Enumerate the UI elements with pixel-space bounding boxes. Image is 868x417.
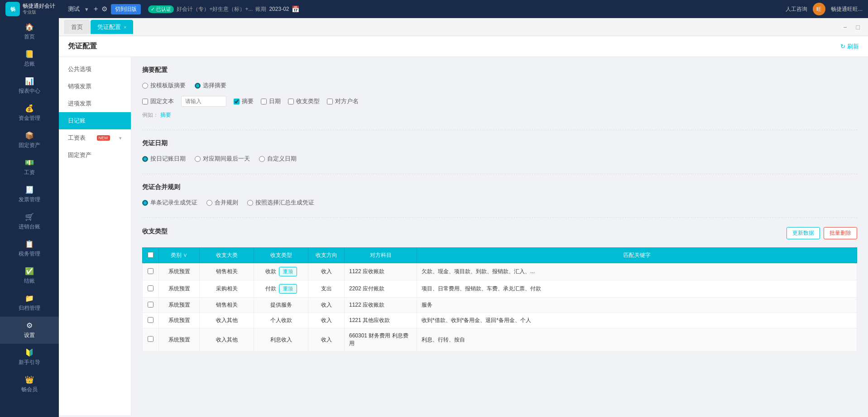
maximize-button[interactable]: □ [854, 23, 863, 32]
add-button[interactable]: + [94, 5, 98, 13]
settings-icon: ⚙ [26, 321, 33, 330]
checkbox-counterpart[interactable]: 对方户名 [327, 97, 359, 105]
newbie-icon: 🔰 [25, 348, 34, 357]
th-checkbox [143, 248, 159, 263]
merge-section-title: 凭证合并规则 [142, 183, 857, 191]
radio-merge-rule[interactable]: 合并规则 [206, 199, 238, 207]
th-main-type: 收支大类 [200, 248, 254, 263]
sidebar-item-settings[interactable]: ⚙ 设置 [0, 317, 59, 344]
radio-journal-date[interactable]: 按日记账日期 [142, 155, 186, 163]
row-keywords: 利息、行转、按自 [417, 328, 857, 351]
refresh-label: 刷新 [847, 43, 859, 51]
menu-item-fixed-assets[interactable]: 固定资产 [59, 147, 131, 164]
tab-home-label: 首页 [71, 23, 83, 31]
sidebar-item-tax[interactable]: 📋 税务管理 [0, 235, 59, 262]
menu-item-purchase-invoice[interactable]: 进项发票 [59, 95, 131, 112]
sidebar-item-purchase[interactable]: 🛒 进销台账 [0, 208, 59, 235]
sidebar-label-checkout: 结账 [24, 277, 35, 285]
tab-voucher-config[interactable]: 凭证配置 × [91, 20, 133, 34]
tab-close-button[interactable]: × [124, 24, 126, 30]
fixed-text-input[interactable] [181, 96, 226, 107]
row-checkbox[interactable] [148, 302, 153, 308]
sidebar-item-member[interactable]: 👑 畅会员 [0, 371, 59, 398]
consult-link[interactable]: 人工咨询 [786, 5, 807, 13]
radio-select-summary[interactable]: 选择摘要 [195, 81, 226, 90]
row-sub-type: 提供服务 [254, 298, 308, 313]
sidebar-item-asset[interactable]: 📦 固定资产 [0, 127, 59, 154]
row-account: 2202 应付账款 [345, 280, 417, 298]
table-row: 系统预置 销售相关 收款 重顶 收入 1122 应收账款 欠款、现金、项目款、到… [143, 263, 857, 280]
row-account: 660301 财务费用 利息费用 [345, 328, 417, 351]
radio-template[interactable]: 按模板版摘要 [142, 81, 186, 90]
tab-home[interactable]: 首页 [64, 20, 90, 34]
row-checkbox[interactable] [148, 268, 153, 274]
menu-item-public[interactable]: 公共选项 [59, 61, 131, 78]
row-checkbox[interactable] [148, 336, 153, 342]
row-category: 系统预置 [159, 328, 200, 351]
select-all-checkbox[interactable] [148, 252, 153, 258]
radio-select-total[interactable]: 按照选择汇总生成凭证 [247, 199, 314, 207]
reset-button[interactable]: 重顶 [279, 267, 297, 276]
menu-item-sales-invoice[interactable]: 销项发票 [59, 78, 131, 95]
row-category: 系统预置 [159, 298, 200, 313]
sidebar-item-ledger[interactable]: 📒 总账 [0, 45, 59, 72]
row-checkbox[interactable] [148, 317, 153, 323]
tab-bar: 首页 凭证配置 × − □ [59, 18, 868, 36]
sidebar-label-settings: 设置 [24, 332, 35, 339]
sidebar-item-archive[interactable]: 📁 归档管理 [0, 289, 59, 317]
row-main-type: 销售相关 [200, 298, 254, 313]
checkbox-summary[interactable]: 摘要 [234, 97, 254, 105]
checkbox-date[interactable]: 日期 [261, 97, 281, 105]
refresh-button[interactable]: ↻ 刷新 [840, 43, 859, 51]
row-checkbox-cell [143, 280, 159, 298]
minimize-button[interactable]: − [840, 23, 849, 32]
checkbox-fixed-text[interactable]: 固定文本 [142, 97, 174, 105]
divider-2 [142, 174, 857, 174]
status-area: ✓ 已认证 好会计（专）+好生意（标）+... 账期 2023-02 📅 [148, 5, 299, 13]
period-value: 2023-02 [269, 6, 289, 12]
sidebar-label-report: 报表中心 [19, 87, 40, 95]
radio-custom-date[interactable]: 自定义日期 [259, 155, 297, 163]
summary-radio-group: 按模板版摘要 选择摘要 [142, 81, 857, 90]
menu-item-journal[interactable]: 日记账 [59, 112, 131, 129]
summary-config-section: 摘要配置 按模板版摘要 选择摘要 [142, 66, 857, 119]
radio-single-record[interactable]: 单条记录生成凭证 [142, 199, 197, 207]
dropdown-arrow[interactable]: ▾ [85, 6, 88, 13]
sidebar-label-home: 首页 [24, 33, 35, 41]
table-action-row: 更新数据 批量删除 [786, 227, 857, 239]
row-main-type: 采购相关 [200, 280, 254, 298]
settings-button[interactable]: ⚙ [101, 5, 107, 13]
reset-button[interactable]: 重顶 [279, 284, 297, 294]
avatar[interactable]: 旺 [813, 3, 825, 15]
checkbox-expense-type[interactable]: 收支类型 [288, 97, 320, 105]
row-checkbox[interactable] [148, 285, 153, 291]
archive-icon: 📁 [25, 294, 34, 303]
content-area: 首页 凭证配置 × − □ 凭证配置 ↻ 刷新 [59, 18, 868, 417]
sidebar-label-member: 畅会员 [21, 386, 38, 393]
table-row: 系统预置 采购相关 付款 重顶 支出 2202 应付账款 项目、日常费用、报销款… [143, 280, 857, 298]
top-bar: 畅 畅捷通好会计 专业版 测试 ▾ + ⚙ 切到旧版 ✓ 已认证 好会计（专）+… [0, 0, 868, 18]
sidebar-item-newbie[interactable]: 🔰 新手引导 [0, 344, 59, 371]
sidebar-item-report[interactable]: 📊 报表中心 [0, 72, 59, 100]
sidebar-item-fund[interactable]: 💰 资金管理 [0, 100, 59, 127]
sidebar-item-home[interactable]: 🏠 首页 [0, 18, 59, 45]
menu-item-payroll[interactable]: 工资表 NEW ▾ [59, 129, 131, 147]
batch-delete-button[interactable]: 批量删除 [824, 227, 857, 239]
refresh-data-button[interactable]: 更新数据 [786, 227, 820, 239]
table-row: 系统预置 收入其他 利息收入 收入 660301 财务费用 利息费用 利息、行转… [143, 328, 857, 351]
sidebar-item-invoice[interactable]: 🧾 发票管理 [0, 181, 59, 208]
chevron-right-icon: ▾ [119, 135, 122, 141]
sidebar-item-salary[interactable]: 💵 工资 [0, 154, 59, 181]
left-menu: 公共选项 销项发票 进项发票 日记账 工资表 NEW ▾ [59, 57, 131, 415]
row-account: 1122 应收账款 [345, 298, 417, 313]
split-layout: 公共选项 销项发票 进项发票 日记账 工资表 NEW ▾ [59, 57, 868, 415]
ledger-icon: 📒 [25, 50, 34, 58]
app-edition: 专业版 [23, 9, 55, 15]
sidebar-label-invoice: 发票管理 [19, 196, 40, 204]
date-radio-group: 按日记账日期 对应期间最后一天 自定义日期 [142, 155, 857, 163]
sidebar-item-checkout[interactable]: ✅ 结账 [0, 262, 59, 289]
checkout-icon: ✅ [25, 267, 34, 275]
switch-old-version-button[interactable]: 切到旧版 [111, 4, 141, 14]
radio-period-last[interactable]: 对应期间最后一天 [195, 155, 250, 163]
top-bar-right: 人工咨询 旺 畅捷通旺旺... [786, 3, 863, 15]
